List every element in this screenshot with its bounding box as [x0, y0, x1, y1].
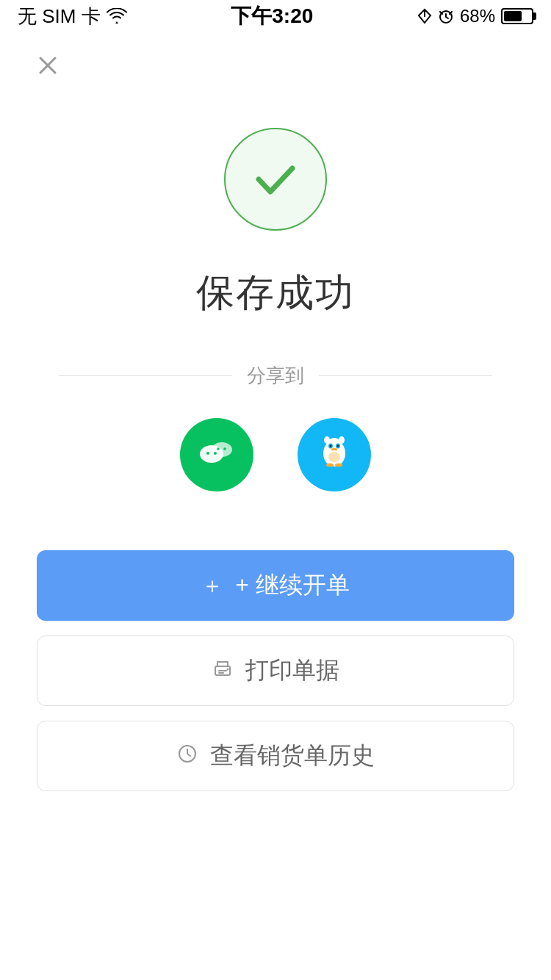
- divider-right: [319, 375, 492, 376]
- share-label: 分享到: [232, 363, 319, 389]
- battery-icon: [501, 8, 533, 24]
- svg-point-4: [214, 452, 217, 455]
- share-divider: 分享到: [0, 363, 551, 389]
- svg-point-12: [337, 445, 339, 447]
- svg-point-19: [339, 436, 345, 444]
- svg-point-15: [328, 452, 340, 462]
- status-time: 下午3:20: [231, 2, 313, 30]
- status-right: 68%: [417, 6, 533, 26]
- check-icon: [250, 154, 301, 205]
- print-button[interactable]: 打印单据: [37, 635, 514, 706]
- print-icon: [212, 657, 234, 685]
- action-buttons: ＋ + 继续开单 打印单据 查看销货单: [0, 550, 551, 791]
- svg-point-18: [324, 436, 330, 444]
- history-label: 查看销货单历史: [210, 740, 375, 772]
- svg-point-23: [227, 668, 229, 670]
- qq-icon: [312, 433, 356, 477]
- share-wechat-button[interactable]: [180, 418, 253, 491]
- divider-left: [59, 375, 232, 376]
- svg-rect-22: [218, 672, 224, 674]
- print-label: 打印单据: [245, 655, 339, 687]
- main-content: 保存成功 分享到: [0, 69, 551, 980]
- status-bar: 无 SIM 卡 下午3:20 68%: [0, 0, 551, 32]
- share-icons: [180, 418, 371, 491]
- svg-rect-21: [218, 670, 227, 671]
- wifi-icon: [107, 8, 127, 24]
- svg-point-2: [212, 442, 232, 457]
- svg-point-16: [326, 464, 334, 467]
- share-qq-button[interactable]: [298, 418, 371, 491]
- svg-point-17: [335, 464, 342, 467]
- history-button[interactable]: 查看销货单历史: [37, 721, 514, 791]
- close-button[interactable]: [29, 47, 66, 84]
- svg-point-6: [223, 447, 226, 450]
- close-icon: [36, 54, 60, 77]
- svg-point-5: [217, 447, 220, 450]
- continue-label: + 继续开单: [235, 569, 350, 602]
- success-title: 保存成功: [196, 267, 355, 319]
- plus-icon: ＋: [201, 571, 223, 601]
- history-icon: [176, 743, 198, 770]
- status-left: 无 SIM 卡: [18, 4, 127, 29]
- location-icon: [417, 8, 432, 24]
- success-indicator: [224, 128, 327, 231]
- battery-percent: 68%: [460, 6, 495, 26]
- continue-button[interactable]: ＋ + 继续开单: [37, 550, 514, 621]
- svg-point-3: [206, 452, 209, 455]
- alarm-icon: [438, 8, 454, 24]
- wechat-icon: [195, 433, 238, 476]
- sim-status: 无 SIM 卡: [18, 4, 101, 29]
- svg-point-11: [330, 445, 332, 447]
